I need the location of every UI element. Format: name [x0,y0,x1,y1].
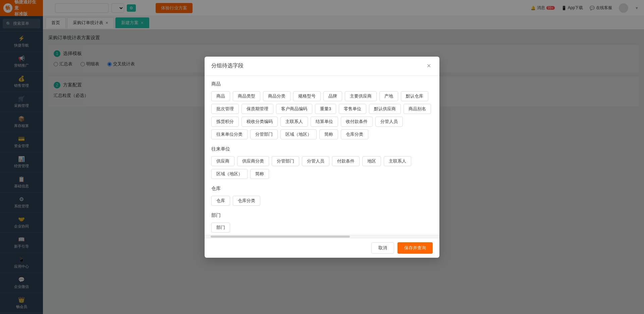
field-group-goods: 商品商品商品类型商品分类规格型号品牌主要供应商产地默认仓库批次管理保质期管理客户… [211,81,433,139]
field-tag-from-unit-category[interactable]: 往来单位分类 [211,129,248,139]
field-tag-dept-person[interactable]: 分管人员 [302,156,329,166]
field-tag-region2[interactable]: 区域（地区） [211,169,248,179]
field-tag-goods-alias[interactable]: 商品别名 [404,104,431,114]
field-tags-department: 部门 [211,223,433,233]
field-tag-warehouse-cat[interactable]: 仓库分类 [233,196,260,206]
modal-close-button[interactable]: ✕ [425,62,433,70]
field-group-department: 部门部门 [211,212,433,233]
field-tag-tax-code[interactable]: 税收分类编码 [241,117,278,127]
field-tag-brand[interactable]: 品牌 [323,91,342,101]
modal-header: 分组待选字段 ✕ [205,57,439,76]
field-tag-department[interactable]: 部门 [211,223,230,233]
field-tags-goods: 商品商品类型商品分类规格型号品牌主要供应商产地默认仓库批次管理保质期管理客户商品… [211,91,433,139]
field-tag-goods-category[interactable]: 商品分类 [263,91,290,101]
field-select-modal: 分组待选字段 ✕ 商品商品商品类型商品分类规格型号品牌主要供应商产地默认仓库批次… [205,57,439,258]
modal-body[interactable]: 商品商品商品类型商品分类规格型号品牌主要供应商产地默认仓库批次管理保质期管理客户… [205,76,439,235]
field-tag-manager[interactable]: 分管人员 [375,117,403,127]
field-tag-retail-unit[interactable]: 零售单位 [339,104,366,114]
field-group-counterparty: 往来单位供应商供应商分类分管部门分管人员付款条件地区主联系人区域（地区）简称 [211,146,433,179]
modal-cancel-button[interactable]: 取消 [371,242,394,254]
field-tag-region[interactable]: 区域（地区） [280,129,317,139]
field-tag-short-name2[interactable]: 简称 [250,169,269,179]
field-tag-payment-terms[interactable]: 收付款条件 [341,117,373,127]
field-tags-counterparty: 供应商供应商分类分管部门分管人员付款条件地区主联系人区域（地区）简称 [211,156,433,179]
field-tag-quality-mgmt[interactable]: 保质期管理 [241,104,273,114]
modal-title: 分组待选字段 [211,62,244,69]
field-tag-settlement-unit[interactable]: 结算单位 [311,117,338,127]
field-tag-customer-code[interactable]: 客户商品编码 [276,104,312,114]
modal-overlay: 分组待选字段 ✕ 商品商品商品类型商品分类规格型号品牌主要供应商产地默认仓库批次… [0,0,644,314]
field-tag-spec-model[interactable]: 规格型号 [293,91,321,101]
field-group-title-goods: 商品 [211,81,433,87]
field-group-warehouse: 仓库仓库仓库分类 [211,186,433,206]
field-group-title-counterparty: 往来单位 [211,146,433,152]
field-tag-goods[interactable]: 商品 [211,91,230,101]
modal-footer: 取消 保存并查询 [205,238,439,258]
field-tags-warehouse: 仓库仓库分类 [211,196,433,206]
field-tag-dept[interactable]: 分管部门 [272,156,299,166]
field-tag-main-contact[interactable]: 主联系人 [280,117,308,127]
field-tag-warehouse-category[interactable]: 仓库分类 [341,129,368,139]
field-tag-pick-score[interactable]: 拣货积分 [211,117,239,127]
field-tag-goods-type[interactable]: 商品类型 [233,91,260,101]
field-tag-supplier[interactable]: 供应商 [211,156,234,166]
field-tag-default-warehouse[interactable]: 默认仓库 [401,91,428,101]
field-tag-short-name[interactable]: 简称 [319,129,338,139]
modal-hscroll-thumb [211,236,350,238]
modal-horizontal-scrollbar[interactable] [205,235,439,238]
field-tag-payment-cond[interactable]: 付款条件 [332,156,360,166]
field-tag-main-supplier[interactable]: 主要供应商 [345,91,377,101]
field-tag-batch-mgmt[interactable]: 批次管理 [211,104,239,114]
field-tag-origin[interactable]: 产地 [379,91,398,101]
field-tag-area[interactable]: 地区 [362,156,381,166]
field-group-title-warehouse: 仓库 [211,186,433,192]
field-tag-mgmt-dept[interactable]: 分管部门 [250,129,278,139]
field-tag-supplier-category[interactable]: 供应商分类 [237,156,269,166]
field-group-title-department: 部门 [211,212,433,218]
modal-confirm-button[interactable]: 保存并查询 [397,242,433,254]
field-tag-weight3[interactable]: 重量3 [315,104,336,114]
field-tag-warehouse[interactable]: 仓库 [211,196,230,206]
field-tag-default-supplier[interactable]: 默认供应商 [369,104,401,114]
field-tag-main-contact2[interactable]: 主联系人 [384,156,411,166]
